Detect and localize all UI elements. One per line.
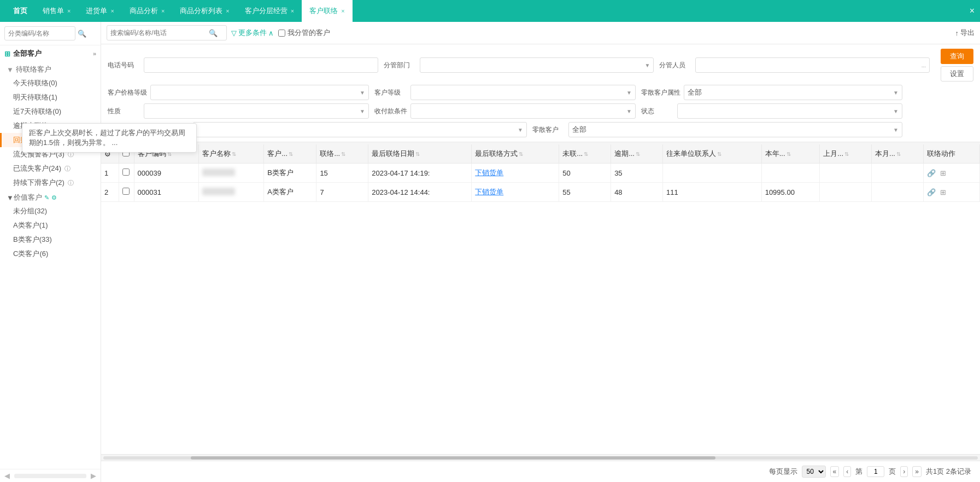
export-icon: ↑ bbox=[955, 29, 959, 37]
price-edit-icon[interactable]: ✎ bbox=[44, 194, 49, 201]
scroll-track bbox=[103, 456, 978, 460]
tab-customer-layered-close[interactable]: × bbox=[291, 8, 294, 14]
tab-customer-contact-close[interactable]: × bbox=[341, 8, 344, 14]
row1-last-month bbox=[820, 164, 872, 183]
gender-select[interactable]: ▼ bbox=[144, 103, 369, 119]
col-last-date-sort[interactable]: ⇅ bbox=[415, 151, 420, 157]
export-button[interactable]: ↑ 导出 bbox=[955, 28, 975, 38]
retail-attr-select[interactable]: 全部 ▼ bbox=[684, 85, 902, 100]
tab-purchase-close[interactable]: × bbox=[110, 8, 114, 14]
col-unit-sort[interactable]: ⇅ bbox=[717, 151, 721, 157]
main-search-icon[interactable]: 🔍 bbox=[209, 29, 218, 37]
row1-action-grid-icon[interactable]: ⊞ bbox=[940, 169, 946, 177]
advanced-filter: 电话号码 分管部门 ▼ 分管人员 ... bbox=[101, 44, 980, 142]
filter-bar: 🔍 ▽ 更多条件 ∧ 我分管的客户 ↑ 导出 bbox=[101, 22, 980, 44]
tab-home[interactable]: 首页 bbox=[5, 0, 35, 22]
tab-customer-contact[interactable]: 客户联络 × bbox=[302, 0, 352, 22]
tab-customer-layered[interactable]: 客户分层经营 × bbox=[237, 0, 302, 22]
phone-input[interactable] bbox=[144, 57, 378, 73]
sidebar-search-input[interactable] bbox=[4, 26, 75, 40]
manager-select[interactable]: ... bbox=[695, 57, 930, 73]
settings-button[interactable]: 设置 bbox=[941, 66, 973, 82]
sidebar-item-unclassified[interactable]: 未分组(32) bbox=[0, 204, 101, 218]
scroll-thumb[interactable] bbox=[191, 456, 715, 460]
department-field: 分管部门 ▼ bbox=[384, 57, 654, 73]
main-search-input[interactable] bbox=[110, 29, 209, 37]
customer-level-field: 客户等级 ▼ bbox=[374, 85, 636, 100]
sidebar-item-b-class[interactable]: B类客户(33) bbox=[0, 233, 101, 247]
row2-last-date: 2023-04-12 14:44: bbox=[368, 183, 472, 202]
col-method-sort[interactable]: ⇅ bbox=[519, 151, 523, 157]
sidebar-item-c-class[interactable]: C类客户(6) bbox=[0, 247, 101, 261]
tab-sales-close[interactable]: × bbox=[67, 8, 71, 14]
row2-name-blur bbox=[202, 188, 235, 195]
row1-checkbox[interactable] bbox=[122, 169, 130, 176]
sidebar-nav-left[interactable]: ◀ bbox=[4, 472, 10, 480]
sidebar-search-icon[interactable]: 🔍 bbox=[78, 30, 86, 38]
query-button[interactable]: 查询 bbox=[941, 49, 973, 64]
row2-method-link[interactable]: 下销货单 bbox=[475, 188, 503, 196]
price-settings-icon[interactable]: ⚙ bbox=[51, 194, 57, 201]
tab-sales-label: 销售单 bbox=[43, 6, 64, 16]
more-filter-caret: ∧ bbox=[268, 29, 274, 37]
col-level-sort[interactable]: ⇅ bbox=[289, 151, 293, 157]
customer-level-select[interactable]: ▼ bbox=[410, 85, 636, 100]
page-input[interactable] bbox=[867, 466, 884, 477]
col-un-sort[interactable]: ⇅ bbox=[584, 151, 588, 157]
col-name-sort[interactable]: ⇅ bbox=[232, 151, 236, 157]
row1-method-link[interactable]: 下销货单 bbox=[475, 169, 503, 177]
row2-action-link-icon[interactable]: 🔗 bbox=[927, 188, 936, 196]
prev-page-btn[interactable]: ‹ bbox=[843, 466, 851, 477]
department-select[interactable]: ▼ bbox=[420, 57, 654, 73]
sidebar-item-7days[interactable]: 近7天待联络(0) bbox=[0, 104, 101, 119]
my-customer-label: 我分管的客户 bbox=[287, 28, 330, 38]
customer-type-select[interactable]: ▼ bbox=[193, 122, 527, 137]
sidebar-item-a-class[interactable]: A类客户(1) bbox=[0, 218, 101, 233]
row2-action-grid-icon[interactable]: ⊞ bbox=[940, 188, 946, 196]
row2-last-month bbox=[820, 183, 872, 202]
retail-attr-value: 全部 bbox=[688, 88, 702, 97]
row1-overdue: 35 bbox=[611, 164, 663, 183]
price-group-title[interactable]: ▼ 价值客户 ✎ ⚙ bbox=[0, 190, 101, 204]
collapse-icon[interactable]: » bbox=[93, 50, 96, 57]
status-select[interactable]: ▼ bbox=[677, 103, 902, 119]
my-customer-checkbox[interactable] bbox=[278, 30, 285, 37]
col-overdue-sort[interactable]: ⇅ bbox=[636, 151, 640, 157]
tab-product-list-close[interactable]: × bbox=[226, 8, 229, 14]
first-page-btn[interactable]: « bbox=[830, 466, 840, 477]
col-customer-name: 客户名称 ⇅ bbox=[199, 144, 264, 164]
pending-contact-group[interactable]: ▼ 待联络客户 bbox=[0, 62, 101, 76]
row1-action-link-icon[interactable]: 🔗 bbox=[927, 169, 936, 177]
sidebar-item-tomorrow[interactable]: 明天待联络(1) bbox=[0, 90, 101, 104]
sidebar-nav-right[interactable]: ▶ bbox=[91, 472, 96, 480]
global-close-button[interactable]: × bbox=[970, 6, 975, 16]
row2-checkbox[interactable] bbox=[122, 188, 130, 195]
more-filter-btn[interactable]: ▽ 更多条件 ∧ bbox=[231, 28, 274, 38]
col-last-month-h: 上月... ⇅ bbox=[820, 144, 872, 164]
retail-customer-select[interactable]: 全部 ▼ bbox=[568, 122, 902, 137]
horizontal-scrollbar[interactable] bbox=[101, 454, 980, 461]
sidebar-item-declining[interactable]: 持续下滑客户(2) ⓘ bbox=[0, 176, 101, 190]
tab-product-list[interactable]: 商品分析列表 × bbox=[172, 0, 237, 22]
sidebar-item-already-lost[interactable]: 已流失客户(24) ⓘ bbox=[0, 161, 101, 176]
col-last-contact-method-h: 最后联络方式 ⇅ bbox=[472, 144, 559, 164]
col-last-month-sort[interactable]: ⇅ bbox=[844, 151, 849, 157]
sidebar-item-today[interactable]: 今天待联络(0) bbox=[0, 76, 101, 90]
tab-sales[interactable]: 销售单 × bbox=[35, 0, 78, 22]
tab-product-analysis[interactable]: 商品分析 × bbox=[122, 0, 172, 22]
tab-purchase[interactable]: 进货单 × bbox=[78, 0, 121, 22]
col-contact-sort[interactable]: ⇅ bbox=[341, 151, 345, 157]
row2-actions: 🔗 ⊞ bbox=[923, 183, 979, 202]
payment-select[interactable]: ▼ bbox=[410, 103, 636, 119]
all-customers-title[interactable]: ⊞ 全部客户 » bbox=[0, 45, 101, 62]
col-overdue-label: 逾期... bbox=[614, 149, 635, 159]
price-level-select[interactable]: ▼ bbox=[150, 85, 369, 100]
per-page-select[interactable]: 50 bbox=[802, 466, 826, 478]
my-customer-checkbox-wrap[interactable]: 我分管的客户 bbox=[278, 28, 330, 38]
col-year-sort[interactable]: ⇅ bbox=[787, 151, 791, 157]
last-page-btn[interactable]: » bbox=[912, 466, 922, 477]
col-cur-month-sort[interactable]: ⇅ bbox=[896, 151, 901, 157]
tab-product-analysis-close[interactable]: × bbox=[161, 8, 165, 14]
row1-code: 000039 bbox=[134, 164, 199, 183]
next-page-btn[interactable]: › bbox=[900, 466, 908, 477]
